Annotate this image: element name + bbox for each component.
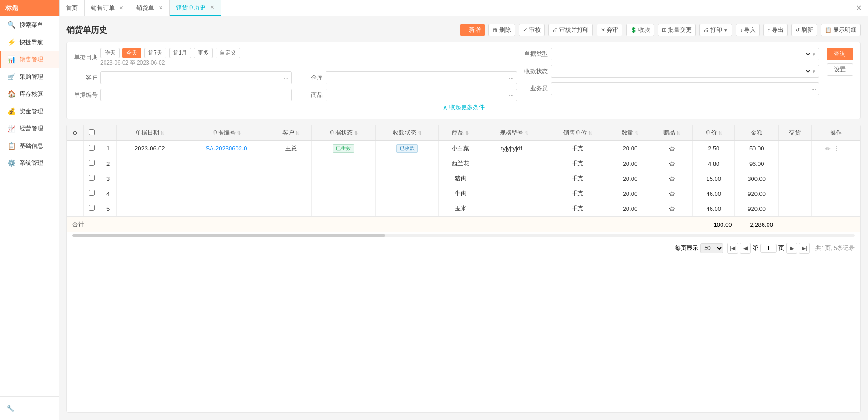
th-unitprice[interactable]: 单价 ⇅ bbox=[693, 125, 735, 141]
tab-sales-goods[interactable]: 销货单 ✕ bbox=[130, 0, 170, 16]
date-chip-custom[interactable]: 自定义 bbox=[216, 48, 240, 58]
setting-button[interactable]: 设置 bbox=[827, 63, 853, 76]
select-all-checkbox[interactable] bbox=[89, 129, 95, 135]
table-cell: 2023-06-02 bbox=[116, 141, 183, 156]
collapse-label: 收起更多条件 bbox=[449, 103, 485, 111]
date-chip-more[interactable]: 更多 bbox=[194, 48, 213, 58]
more-icon[interactable]: ⋮⋮ bbox=[833, 145, 846, 152]
th-docdate[interactable]: 单据日期 ⇅ bbox=[116, 125, 183, 141]
table-cell: 西兰花 bbox=[439, 156, 482, 171]
warehouse-dots[interactable]: ··· bbox=[509, 75, 514, 81]
first-page-btn[interactable]: |◀ bbox=[727, 243, 738, 254]
customer-dots[interactable]: ··· bbox=[284, 75, 289, 81]
sidebar-item-label: 库存核算 bbox=[20, 90, 43, 98]
page-title: 销货单历史 bbox=[66, 25, 107, 35]
add-button[interactable]: + 新增 bbox=[460, 24, 485, 36]
goods-input[interactable] bbox=[329, 92, 509, 99]
sidebar-item-sales[interactable]: 📊 销售管理 bbox=[0, 51, 59, 68]
table-cell: 15.00 bbox=[693, 171, 735, 186]
th-gift[interactable]: 赠品 ⇅ bbox=[651, 125, 693, 141]
scrollbar-thumb[interactable] bbox=[72, 234, 385, 237]
row-checkbox[interactable] bbox=[89, 205, 95, 211]
sidebar-item-purchase[interactable]: 🛒 采购管理 bbox=[0, 68, 59, 85]
tab-sales-history-close[interactable]: ✕ bbox=[210, 5, 214, 10]
tab-sales-history[interactable]: 销货单历史 ✕ bbox=[170, 0, 221, 16]
tab-sales-order-close[interactable]: ✕ bbox=[119, 5, 123, 11]
delete-button[interactable]: 🗑 删除 bbox=[488, 24, 515, 36]
doc-no-link[interactable]: SA-20230602-0 bbox=[206, 145, 247, 152]
doctype-select[interactable] bbox=[554, 50, 812, 58]
show-detail-button[interactable]: 📋 显示明细 bbox=[821, 24, 861, 36]
date-chip-7days[interactable]: 近7天 bbox=[144, 48, 166, 58]
print-button[interactable]: 🖨 打印 ▼ bbox=[699, 24, 732, 36]
sidebar-item-operations[interactable]: 📈 经营管理 bbox=[0, 120, 59, 137]
row-checkbox[interactable] bbox=[89, 175, 95, 181]
warehouse-input[interactable] bbox=[329, 75, 509, 81]
tab-sales-goods-close[interactable]: ✕ bbox=[159, 5, 163, 11]
th-spectype[interactable]: 规格型号 ⇅ bbox=[482, 125, 546, 141]
tab-sales-order[interactable]: 销售订单 ✕ bbox=[85, 0, 130, 16]
collapse-btn[interactable]: ∧ 收起更多条件 bbox=[74, 101, 853, 113]
page-size-select[interactable]: 50 100 200 bbox=[700, 243, 723, 253]
batch-change-button[interactable]: ⊞ 批量变更 bbox=[658, 24, 696, 36]
sidebar-item-inventory[interactable]: 🏠 库存核算 bbox=[0, 85, 59, 103]
salesperson-dots[interactable]: ··· bbox=[811, 85, 816, 92]
tabbar-close-button[interactable]: ✕ bbox=[849, 4, 868, 12]
finance-icon: 💰 bbox=[7, 107, 16, 115]
last-page-btn[interactable]: ▶| bbox=[799, 243, 810, 254]
th-goods[interactable]: 商品 ⇅ bbox=[439, 125, 482, 141]
table-cell: tyjyjtyjdf... bbox=[482, 141, 546, 156]
sidebar-item-sysmgmt[interactable]: ⚙️ 系统管理 bbox=[0, 155, 59, 172]
date-chip-yesterday[interactable]: 昨天 bbox=[100, 48, 120, 58]
docno-input-wrap bbox=[100, 89, 292, 101]
sidebar-item-quicknav[interactable]: ⚡ 快捷导航 bbox=[0, 34, 59, 51]
th-quantity[interactable]: 数量 ⇅ bbox=[609, 125, 651, 141]
audit-print-button[interactable]: 🖨 审核并打印 bbox=[548, 24, 593, 36]
customer-input[interactable] bbox=[104, 75, 284, 81]
table-cell: 20.00 bbox=[609, 201, 651, 216]
th-collstatus[interactable]: 收款状态 ⇅ bbox=[375, 125, 439, 141]
sidebar-item-baseinfo[interactable]: 📋 基础信息 bbox=[0, 137, 59, 155]
row-checkbox[interactable] bbox=[89, 190, 95, 196]
goods-dots[interactable]: ··· bbox=[509, 92, 514, 99]
th-docstatus[interactable]: 单据状态 ⇅ bbox=[312, 125, 376, 141]
sidebar-bottom-item1[interactable]: 🔧 bbox=[0, 400, 59, 416]
th-customer[interactable]: 客户 ⇅ bbox=[270, 125, 312, 141]
sidebar-item-finance[interactable]: 💰 资金管理 bbox=[0, 103, 59, 120]
sort-spectype-icon: ⇅ bbox=[525, 130, 528, 135]
table-cell bbox=[67, 141, 83, 156]
collect-button[interactable]: 💲 收款 bbox=[626, 24, 654, 36]
row-checkbox[interactable] bbox=[89, 160, 95, 166]
table-cell: 否 bbox=[651, 171, 693, 186]
th-docno[interactable]: 单据编号 ⇅ bbox=[183, 125, 270, 141]
abandon-button[interactable]: ✕ 弃审 bbox=[597, 24, 622, 36]
th-salesunit[interactable]: 销售单位 ⇅ bbox=[546, 125, 609, 141]
row-checkbox[interactable] bbox=[89, 145, 95, 151]
sidebar-item-search[interactable]: 🔍 搜索菜单 bbox=[0, 16, 59, 34]
gear-icon[interactable]: ⚙ bbox=[72, 130, 78, 136]
sidebar-item-label: 搜索菜单 bbox=[20, 21, 43, 29]
query-button[interactable]: 查询 bbox=[827, 48, 853, 60]
date-chip-today[interactable]: 今天 bbox=[122, 48, 141, 58]
import-button[interactable]: ↓ 导入 bbox=[736, 24, 760, 36]
table-cell bbox=[116, 171, 183, 186]
salesperson-input[interactable] bbox=[554, 85, 811, 92]
date-chip-1month[interactable]: 近1月 bbox=[169, 48, 191, 58]
table-cell bbox=[811, 171, 860, 186]
abandon-icon: ✕ bbox=[601, 27, 605, 33]
prev-page-btn[interactable]: ◀ bbox=[740, 243, 751, 254]
page-number-input[interactable] bbox=[760, 244, 777, 253]
table-cell bbox=[270, 171, 312, 186]
tab-home[interactable]: 首页 bbox=[59, 0, 85, 16]
next-page-btn[interactable]: ▶ bbox=[786, 243, 797, 254]
export-button[interactable]: ↑ 导出 bbox=[763, 24, 788, 36]
table-cell: 920.00 bbox=[735, 201, 779, 216]
refresh-button[interactable]: ↺ 刷新 bbox=[791, 24, 817, 36]
sort-quantity-icon: ⇅ bbox=[635, 130, 638, 135]
docno-input[interactable] bbox=[104, 92, 289, 99]
collection-status-select[interactable] bbox=[554, 68, 812, 75]
scrollbar-track[interactable] bbox=[72, 234, 855, 237]
edit-icon[interactable]: ✏ bbox=[825, 145, 831, 152]
audit-button[interactable]: ✓ 审核 bbox=[519, 24, 545, 36]
sort-collstatus-icon: ⇅ bbox=[418, 130, 421, 135]
